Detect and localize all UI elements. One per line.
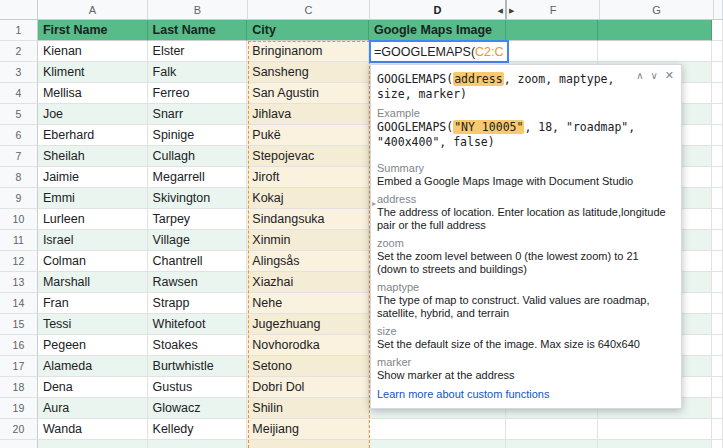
cell-city[interactable]: Setono <box>247 356 369 377</box>
row-header[interactable]: 2 <box>0 41 38 62</box>
row-header[interactable]: 11 <box>0 230 38 251</box>
cell-d1-google-maps-image[interactable]: Google Maps Image <box>369 20 506 41</box>
cell-last-name[interactable]: Snarr <box>148 104 248 125</box>
cell-city[interactable]: Jihlava <box>247 104 369 125</box>
row-header[interactable]: 6 <box>0 125 38 146</box>
cell-city[interactable]: Kokaj <box>247 188 369 209</box>
cell-first-name[interactable]: Lurleen <box>38 209 148 230</box>
cell-first-name[interactable]: Aura <box>38 398 148 419</box>
row-header[interactable]: 12 <box>0 251 38 272</box>
row-header[interactable] <box>0 440 38 448</box>
cell-first-name[interactable]: Israel <box>38 230 148 251</box>
select-all-corner[interactable] <box>0 0 38 20</box>
row-header[interactable]: 17 <box>0 356 38 377</box>
cell-first-name[interactable]: Mellisa <box>38 83 148 104</box>
cell-first-name[interactable]: Wanda <box>38 419 148 440</box>
cell-city[interactable]: Bringinanom <box>247 41 369 62</box>
column-header-g[interactable]: G <box>600 0 714 20</box>
row-header[interactable]: 18 <box>0 377 38 398</box>
cell-city[interactable]: Sindangsuka <box>247 209 369 230</box>
column-header-d[interactable]: D ◀ <box>370 0 507 20</box>
collapse-up-icon[interactable]: ∧ <box>636 71 643 81</box>
row-header[interactable]: 14 <box>0 293 38 314</box>
cell-c1-city[interactable]: City <box>247 20 369 41</box>
row-header[interactable]: 10 <box>0 209 38 230</box>
row-header[interactable]: 16 <box>0 335 38 356</box>
cell-first-name[interactable]: Tessi <box>38 314 148 335</box>
cell-first-name[interactable]: Pegeen <box>38 335 148 356</box>
cell-maps-image[interactable] <box>369 419 506 440</box>
cell-f[interactable] <box>506 419 599 440</box>
cell-first-name[interactable]: Jaimie <box>38 167 148 188</box>
cell-last-name[interactable]: Whitefoot <box>148 314 248 335</box>
cell-city[interactable]: San Agustin <box>247 83 369 104</box>
cell-first-name[interactable]: Kienan <box>38 41 148 62</box>
cell-last-name[interactable]: Cullagh <box>148 146 248 167</box>
cell-city[interactable]: Shilin <box>247 398 369 419</box>
cell-city[interactable]: Alingsås <box>247 251 369 272</box>
cell-last-name[interactable]: Chantrell <box>148 251 248 272</box>
cell-city[interactable]: Novhorodka <box>247 335 369 356</box>
cell-last-name[interactable]: Strapp <box>148 293 248 314</box>
cell-last-name[interactable]: Kelledy <box>148 419 248 440</box>
cell-f1[interactable] <box>506 20 599 41</box>
learn-more-link[interactable]: Learn more about custom functions <box>377 388 671 400</box>
row-header[interactable]: 4 <box>0 83 38 104</box>
active-cell-d2[interactable]: =GOOGLEMAPS(C2:C <box>369 40 509 63</box>
cell-b1-last-name[interactable]: Last Name <box>148 20 248 41</box>
cell-city[interactable]: Meijiang <box>247 419 369 440</box>
cell-last-name[interactable]: Skivington <box>148 188 248 209</box>
row-header-1[interactable]: 1 <box>0 20 38 41</box>
column-header-f[interactable]: ▶ F <box>507 0 600 20</box>
cell-last-name[interactable]: Tarpey <box>148 209 248 230</box>
cell-last-name[interactable]: Village <box>148 230 248 251</box>
cell-city[interactable]: Stepojevac <box>247 146 369 167</box>
cell-last-name[interactable]: Elster <box>148 41 248 62</box>
cell[interactable] <box>598 440 712 448</box>
cell-a1-first-name[interactable]: First Name <box>38 20 148 41</box>
cell-first-name[interactable]: Emmi <box>38 188 148 209</box>
cell[interactable] <box>38 440 148 448</box>
column-header-partial[interactable] <box>714 0 723 20</box>
cell-first-name[interactable]: Dena <box>38 377 148 398</box>
row-header[interactable]: 3 <box>0 62 38 83</box>
cell[interactable] <box>148 440 248 448</box>
cell-first-name[interactable]: Fran <box>38 293 148 314</box>
cell[interactable] <box>506 440 599 448</box>
cell-last-name[interactable]: Falk <box>148 62 248 83</box>
cell-city[interactable]: Xiazhai <box>247 272 369 293</box>
cell-last-name[interactable]: Megarrell <box>148 167 248 188</box>
row-header[interactable]: 15 <box>0 314 38 335</box>
collapse-down-icon[interactable]: ∨ <box>650 71 657 81</box>
cell-first-name[interactable]: Sheilah <box>38 146 148 167</box>
cell-f[interactable] <box>506 41 599 62</box>
cell-last-name[interactable]: Glowacz <box>148 398 248 419</box>
cell-last-name[interactable]: Rawsen <box>148 272 248 293</box>
cell-city[interactable]: Xinmin <box>247 230 369 251</box>
row-header[interactable]: 20 <box>0 419 38 440</box>
hidden-column-unhide-right-icon[interactable]: ▶ <box>509 6 514 13</box>
cell[interactable] <box>369 440 506 448</box>
cell-last-name[interactable]: Spinige <box>148 125 248 146</box>
row-header[interactable]: 5 <box>0 104 38 125</box>
cell-g1[interactable] <box>598 20 712 41</box>
close-icon[interactable]: ✕ <box>665 70 674 81</box>
cell-city[interactable]: Pukë <box>247 125 369 146</box>
row-header[interactable]: 7 <box>0 146 38 167</box>
cell-first-name[interactable]: Eberhard <box>38 125 148 146</box>
cell-city[interactable]: Sansheng <box>247 62 369 83</box>
row-header[interactable]: 8 <box>0 167 38 188</box>
cell-first-name[interactable]: Marshall <box>38 272 148 293</box>
cell-city[interactable]: Jugezhuang <box>247 314 369 335</box>
row-header[interactable]: 9 <box>0 188 38 209</box>
cell-first-name[interactable]: Colman <box>38 251 148 272</box>
column-header-a[interactable]: A <box>38 0 148 20</box>
cell-last-name[interactable]: Burtwhistle <box>148 356 248 377</box>
cell-city[interactable]: Nehe <box>247 293 369 314</box>
cell-first-name[interactable]: Alameda <box>38 356 148 377</box>
cell-g[interactable] <box>598 41 712 62</box>
cell-first-name[interactable]: Joe <box>38 104 148 125</box>
cell-g[interactable] <box>598 419 712 440</box>
hidden-column-unhide-left-icon[interactable]: ◀ <box>498 6 503 13</box>
cell[interactable] <box>247 440 369 448</box>
